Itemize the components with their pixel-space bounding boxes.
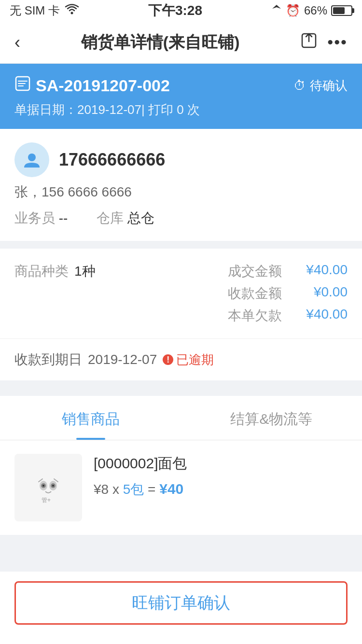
page-title: 销货单详情(来自旺铺)	[81, 31, 240, 54]
status-bar: 无 SIM 卡 下午3:28 ⏰ 66%	[0, 0, 362, 21]
tab-settlement[interactable]: 结算&物流等	[181, 396, 362, 440]
overdue-badge: ! 已逾期	[163, 351, 214, 368]
product-name: [0000002]面包	[94, 454, 348, 474]
confirm-btn-container: 旺铺订单确认	[0, 572, 362, 644]
svg-point-9	[42, 485, 44, 487]
tab-products[interactable]: 销售商品	[0, 396, 181, 440]
confirm-order-button[interactable]: 旺铺订单确认	[14, 581, 348, 625]
product-image: 管+	[14, 454, 82, 521]
owed-amount-row: 本单欠款 ¥40.00	[228, 307, 348, 325]
status-time: 下午3:28	[148, 1, 202, 20]
customer-meta: 业务员 -- 仓库 总仓	[14, 209, 348, 227]
overdue-dot-icon: !	[163, 354, 173, 365]
transaction-amount-row: 成交金额 ¥40.00	[228, 262, 348, 280]
back-button[interactable]: ‹	[14, 32, 20, 53]
customer-phone: 17666666666	[59, 150, 165, 170]
avatar	[14, 142, 49, 177]
order-header: SA-20191207-002 ⏱ 待确认 单据日期：2019-12-07| 打…	[0, 64, 362, 129]
due-date-value: 2019-12-07	[88, 352, 157, 367]
order-date: 单据日期：2019-12-07| 打印 0 次	[14, 101, 348, 118]
svg-text:管+: 管+	[42, 497, 51, 504]
svg-point-3	[28, 154, 36, 161]
customer-card: 17666666666 张，156 6666 6666 业务员 -- 仓库 总仓	[0, 129, 362, 241]
product-info: [0000002]面包 ¥8 x 5包 = ¥40	[94, 454, 348, 499]
status-carrier: 无 SIM 卡	[10, 3, 79, 18]
battery-percent: 66%	[304, 4, 327, 17]
share-button[interactable]	[300, 32, 318, 53]
status-right: ⏰ 66%	[271, 4, 352, 17]
divider-1	[0, 241, 362, 249]
alarm-icon: ⏰	[286, 4, 300, 17]
due-date-card: 收款到期日 2019-12-07 ! 已逾期	[0, 338, 362, 380]
transaction-amount: ¥40.00	[290, 262, 348, 280]
divider-2	[0, 380, 362, 388]
wifi-icon	[65, 4, 79, 17]
more-button[interactable]: •••	[327, 33, 348, 52]
salesperson-field: 业务员 --	[14, 209, 68, 227]
order-icon	[14, 75, 31, 96]
owed-amount: ¥40.00	[290, 307, 348, 325]
product-price: ¥8 x 5包 = ¥40	[94, 480, 348, 499]
amounts-right: 成交金额 ¥40.00 收款金额 ¥0.00 本单欠款 ¥40.00	[228, 262, 348, 325]
status-clock-icon: ⏱	[293, 78, 306, 93]
received-amount-row: 收款金额 ¥0.00	[228, 284, 348, 303]
order-id: SA-20191207-002	[14, 75, 170, 96]
tabs-container: 销售商品 结算&物流等	[0, 396, 362, 440]
amount-card: 商品种类 1种 成交金额 ¥40.00 收款金额 ¥0.00 本单欠款 ¥40.…	[0, 249, 362, 338]
due-date-label: 收款到期日	[14, 350, 82, 369]
warehouse-field: 仓库 总仓	[97, 209, 154, 227]
location-icon	[271, 4, 282, 17]
order-status: ⏱ 待确认	[293, 77, 348, 94]
svg-point-0	[71, 12, 73, 14]
nav-actions: •••	[300, 32, 348, 53]
product-types: 商品种类 1种	[14, 262, 96, 280]
status-text: 待确认	[310, 77, 348, 94]
carrier-text: 无 SIM 卡	[10, 3, 60, 18]
customer-details: 张，156 6666 6666	[14, 183, 348, 201]
product-card: 管+ [0000002]面包 ¥8 x 5包 = ¥40	[0, 440, 362, 535]
nav-bar: ‹ 销货单详情(来自旺铺) •••	[0, 21, 362, 64]
battery-icon	[331, 5, 352, 16]
received-amount: ¥0.00	[290, 284, 348, 303]
svg-point-10	[52, 485, 54, 487]
